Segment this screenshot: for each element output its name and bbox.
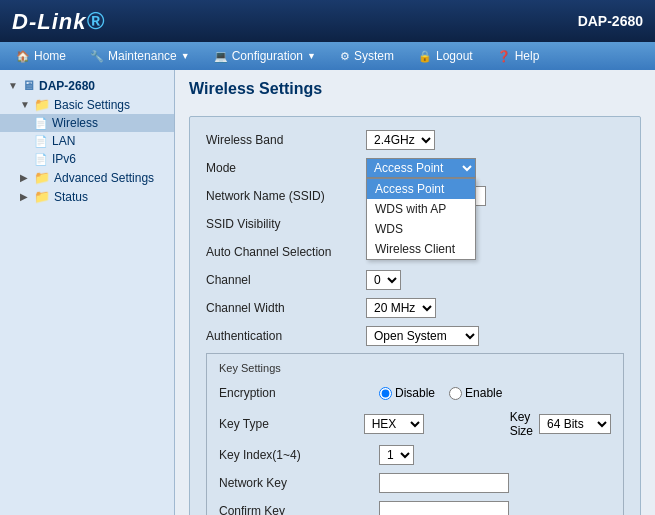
channel-width-label: Channel Width [206, 301, 366, 315]
key-size-label: Key Size [510, 410, 533, 438]
sidebar-item-basic-settings[interactable]: ▼ 📁 Basic Settings [0, 95, 174, 114]
disable-label: Disable [395, 386, 435, 400]
mode-control: Access Point WDS with AP WDS Wireless Cl… [366, 158, 476, 178]
nav-maintenance[interactable]: 🔧 Maintenance ▼ [78, 42, 202, 70]
dropdown-item-access-point[interactable]: Access Point [367, 179, 475, 199]
help-icon: ❓ [497, 50, 511, 63]
sidebar-basic-settings-label: Basic Settings [54, 98, 130, 112]
confirm-key-label: Confirm Key [219, 504, 379, 515]
device-name-label: DAP-2680 [578, 13, 643, 29]
page-icon-wireless: 📄 [34, 117, 48, 130]
logo-text: D-Link® [12, 7, 105, 35]
nav-system[interactable]: ⚙ System [328, 42, 406, 70]
nav-help-label: Help [515, 49, 540, 63]
network-key-input[interactable] [379, 473, 509, 493]
nav-configuration[interactable]: 💻 Configuration ▼ [202, 42, 328, 70]
disable-radio-label[interactable]: Disable [379, 386, 435, 400]
expand-icon-status: ▶ [20, 191, 30, 202]
sidebar-item-advanced-settings[interactable]: ▶ 📁 Advanced Settings [0, 168, 174, 187]
dropdown-item-wireless-client[interactable]: Wireless Client [367, 239, 475, 259]
sidebar-dap2680-label: DAP-2680 [39, 79, 95, 93]
nav-logout-label: Logout [436, 49, 473, 63]
disable-radio[interactable] [379, 387, 392, 400]
key-settings-title: Key Settings [219, 362, 611, 374]
key-index-select[interactable]: 1234 [379, 445, 414, 465]
nav-logout[interactable]: 🔒 Logout [406, 42, 485, 70]
key-size-select[interactable]: 64 Bits 128 Bits [539, 414, 611, 434]
mode-label: Mode [206, 161, 366, 175]
navbar: 🏠 Home 🔧 Maintenance ▼ 💻 Configuration ▼… [0, 42, 655, 70]
channel-width-row: Channel Width 20 MHz 40 MHz [206, 297, 624, 319]
expand-icon-advanced: ▶ [20, 172, 30, 183]
key-type-select[interactable]: HEX ASCII [364, 414, 424, 434]
dropdown-item-wds[interactable]: WDS [367, 219, 475, 239]
channel-row: Channel 0123456 [206, 269, 624, 291]
authentication-label: Authentication [206, 329, 366, 343]
nav-maintenance-label: Maintenance [108, 49, 177, 63]
nav-configuration-label: Configuration [232, 49, 303, 63]
dropdown-item-wds-with-ap[interactable]: WDS with AP [367, 199, 475, 219]
encryption-control: Disable Enable [379, 386, 502, 400]
app-header: D-Link® DAP-2680 [0, 0, 655, 42]
sidebar: ▼ 🖥 DAP-2680 ▼ 📁 Basic Settings 📄 Wirele… [0, 70, 175, 515]
logo-area: D-Link® [12, 7, 105, 35]
wireless-band-select[interactable]: 2.4GHz 5GHz [366, 130, 435, 150]
wireless-band-row: Wireless Band 2.4GHz 5GHz [206, 129, 624, 151]
sidebar-item-status[interactable]: ▶ 📁 Status [0, 187, 174, 206]
sidebar-item-lan[interactable]: 📄 LAN [0, 132, 174, 150]
sidebar-item-wireless[interactable]: 📄 Wireless [0, 114, 174, 132]
sidebar-lan-label: LAN [52, 134, 75, 148]
encryption-radio-group: Disable Enable [379, 386, 502, 400]
configuration-chevron-icon: ▼ [307, 51, 316, 61]
device-icon: 🖥 [22, 78, 35, 93]
mode-select[interactable]: Access Point WDS with AP WDS Wireless Cl… [366, 158, 476, 178]
wireless-band-label: Wireless Band [206, 133, 366, 147]
sidebar-item-ipv6[interactable]: 📄 IPv6 [0, 150, 174, 168]
logo-trademark: ® [86, 7, 105, 34]
sidebar-wireless-label: Wireless [52, 116, 98, 130]
folder-icon-basic: 📁 [34, 97, 50, 112]
confirm-key-control [379, 501, 509, 515]
authentication-select[interactable]: Open System WPA-Personal WPA2-Personal [366, 326, 479, 346]
channel-control: 0123456 [366, 270, 401, 290]
auto-channel-label: Auto Channel Selection [206, 245, 366, 259]
maintenance-chevron-icon: ▼ [181, 51, 190, 61]
channel-width-select[interactable]: 20 MHz 40 MHz [366, 298, 436, 318]
enable-radio[interactable] [449, 387, 462, 400]
key-type-label: Key Type [219, 417, 364, 431]
authentication-control: Open System WPA-Personal WPA2-Personal [366, 326, 479, 346]
nav-system-label: System [354, 49, 394, 63]
folder-icon-advanced: 📁 [34, 170, 50, 185]
channel-width-control: 20 MHz 40 MHz [366, 298, 436, 318]
network-key-label: Network Key [219, 476, 379, 490]
sidebar-ipv6-label: IPv6 [52, 152, 76, 166]
enable-radio-label[interactable]: Enable [449, 386, 502, 400]
home-icon: 🏠 [16, 50, 30, 63]
main-layout: ▼ 🖥 DAP-2680 ▼ 📁 Basic Settings 📄 Wirele… [0, 70, 655, 515]
page-title: Wireless Settings [189, 80, 641, 104]
logout-icon: 🔒 [418, 50, 432, 63]
content-area: Wireless Settings Wireless Band 2.4GHz 5… [175, 70, 655, 515]
encryption-label: Encryption [219, 386, 379, 400]
channel-select[interactable]: 0123456 [366, 270, 401, 290]
network-key-control [379, 473, 509, 493]
logo-dlink: D-Link [12, 9, 86, 34]
ssid-label: Network Name (SSID) [206, 189, 366, 203]
encryption-row: Encryption Disable Enable [219, 382, 611, 404]
folder-icon-status: 📁 [34, 189, 50, 204]
nav-home-label: Home [34, 49, 66, 63]
ssid-visibility-label: SSID Visibility [206, 217, 366, 231]
channel-label: Channel [206, 273, 366, 287]
expand-icon: ▼ [8, 80, 18, 91]
key-type-row: Key Type HEX ASCII Key Size 64 Bits 128 … [219, 410, 611, 438]
nav-home[interactable]: 🏠 Home [4, 42, 78, 70]
nav-help[interactable]: ❓ Help [485, 42, 552, 70]
key-index-row: Key Index(1~4) 1234 [219, 444, 611, 466]
confirm-key-input[interactable] [379, 501, 509, 515]
sidebar-item-dap2680[interactable]: ▼ 🖥 DAP-2680 [0, 76, 174, 95]
network-key-row: Network Key [219, 472, 611, 494]
key-type-control: HEX ASCII Key Size 64 Bits 128 Bits [364, 410, 611, 438]
settings-panel: Wireless Band 2.4GHz 5GHz Mode Access Po… [189, 116, 641, 515]
mode-row: Mode Access Point WDS with AP WDS Wirele… [206, 157, 624, 179]
configuration-icon: 💻 [214, 50, 228, 63]
